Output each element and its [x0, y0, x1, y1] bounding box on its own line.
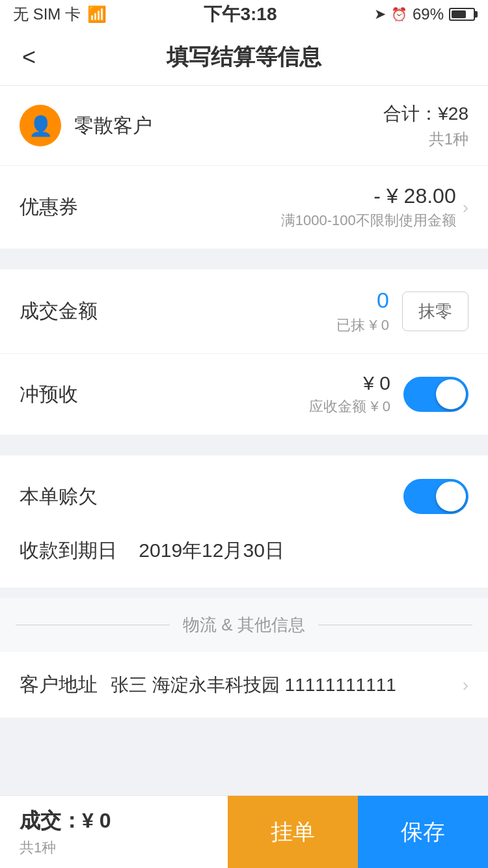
amount-value[interactable]: 0 [336, 288, 389, 313]
coupon-description: 满1000-100不限制使用金额 [281, 211, 456, 230]
wifi-icon: 📶 [87, 5, 107, 23]
due-date-value[interactable]: 2019年12月30日 [139, 539, 284, 561]
carrier-text: 无 SIM 卡 [13, 4, 81, 25]
battery-percent: 69% [413, 5, 444, 23]
customer-row: 👤 零散客户 合计：¥28 共1种 [0, 86, 488, 165]
advance-amount-area: ¥ 0 应收金额 ¥ 0 [309, 372, 390, 416]
transaction-amount-label: 成交金额 [20, 298, 98, 325]
transaction-amount-right: 0 已抹 ¥ 0 抹零 [336, 288, 468, 335]
bottom-summary-top: 成交：¥ 0 [20, 807, 208, 835]
amount-sub: 已抹 ¥ 0 [336, 316, 389, 335]
back-button[interactable]: < [16, 37, 42, 77]
debt-section: 本单赊欠 收款到期日 2019年12月30日 [0, 455, 488, 588]
address-section: 客户地址 张三 海淀永丰科技园 11111111111 › [0, 652, 488, 718]
status-left: 无 SIM 卡 📶 [13, 4, 107, 25]
coupon-info: - ¥ 28.00 满1000-100不限制使用金额 [281, 184, 456, 230]
hold-button[interactable]: 挂单 [228, 796, 358, 869]
debt-label: 本单赊欠 [20, 483, 98, 510]
logistics-line-left [16, 625, 170, 625]
avatar: 👤 [20, 105, 61, 146]
coupon-row[interactable]: 优惠券 - ¥ 28.00 满1000-100不限制使用金额 › [0, 165, 488, 249]
nav-bar: < 填写结算等信息 [0, 29, 488, 86]
advance-right: ¥ 0 应收金额 ¥ 0 [309, 372, 468, 416]
status-time: 下午3:18 [204, 2, 277, 27]
form-section: 成交金额 0 已抹 ¥ 0 抹零 冲预收 ¥ 0 应收金额 ¥ 0 [0, 269, 488, 435]
address-value: 张三 海淀永丰科技园 11111111111 [111, 673, 450, 698]
coupon-discount: - ¥ 28.00 [281, 184, 456, 208]
debt-toggle-knob [436, 481, 466, 511]
battery-icon [449, 8, 475, 21]
address-label: 客户地址 [20, 671, 98, 698]
customer-section: 👤 零散客户 合计：¥28 共1种 优惠券 - ¥ 28.00 满1000-10… [0, 86, 488, 249]
customer-left: 👤 零散客户 [20, 105, 152, 146]
logistics-header: 物流 & 其他信息 [0, 598, 488, 652]
page-title: 填写结算等信息 [167, 42, 321, 72]
status-bar: 无 SIM 卡 📶 下午3:18 ➤ ⏰ 69% [0, 0, 488, 29]
round-off-button[interactable]: 抹零 [402, 292, 468, 331]
advance-amount: ¥ 0 [309, 372, 390, 394]
customer-right: 合计：¥28 共1种 [383, 102, 468, 150]
due-date-row: 收款到期日 2019年12月30日 [0, 537, 488, 588]
divider-1 [0, 259, 488, 269]
debt-row: 本单赊欠 [0, 455, 488, 537]
transaction-amount-row: 成交金额 0 已抹 ¥ 0 抹零 [0, 269, 488, 354]
divider-3 [0, 588, 488, 598]
chevron-right-icon: › [463, 197, 468, 218]
address-row[interactable]: 客户地址 张三 海淀永丰科技园 11111111111 › [0, 652, 488, 718]
bottom-bar: 成交：¥ 0 共1种 挂单 保存 [0, 795, 488, 868]
bottom-summary-label: 成交： [20, 809, 82, 832]
debt-toggle[interactable] [403, 479, 468, 514]
due-date-spacer [122, 539, 133, 561]
logistics-line-right [318, 625, 472, 625]
location-icon: ➤ [374, 6, 386, 23]
content: 👤 零散客户 合计：¥28 共1种 优惠券 - ¥ 28.00 满1000-10… [0, 86, 488, 868]
save-button[interactable]: 保存 [358, 796, 488, 869]
advance-label: 冲预收 [20, 381, 78, 408]
status-right: ➤ ⏰ 69% [374, 5, 475, 23]
toggle-knob [436, 379, 466, 409]
bottom-summary: 成交：¥ 0 共1种 [0, 807, 228, 858]
coupon-right: - ¥ 28.00 满1000-100不限制使用金额 › [281, 184, 468, 230]
bottom-summary-amount: ¥ 0 [82, 809, 111, 832]
customer-count: 共1种 [383, 129, 468, 150]
coupon-label: 优惠券 [20, 194, 78, 221]
amount-input-area: 0 已抹 ¥ 0 [336, 288, 389, 335]
logistics-label: 物流 & 其他信息 [183, 614, 305, 636]
address-chevron-icon: › [463, 675, 468, 696]
bottom-summary-count: 共1种 [20, 838, 208, 858]
advance-toggle[interactable] [403, 377, 468, 412]
alarm-icon: ⏰ [391, 7, 407, 22]
customer-name: 零散客户 [74, 113, 152, 139]
advance-row: 冲预收 ¥ 0 应收金额 ¥ 0 [0, 354, 488, 435]
due-date-label: 收款到期日 [20, 539, 117, 561]
divider-2 [0, 435, 488, 445]
advance-sub: 应收金额 ¥ 0 [309, 397, 390, 416]
customer-total: 合计：¥28 [383, 102, 468, 126]
